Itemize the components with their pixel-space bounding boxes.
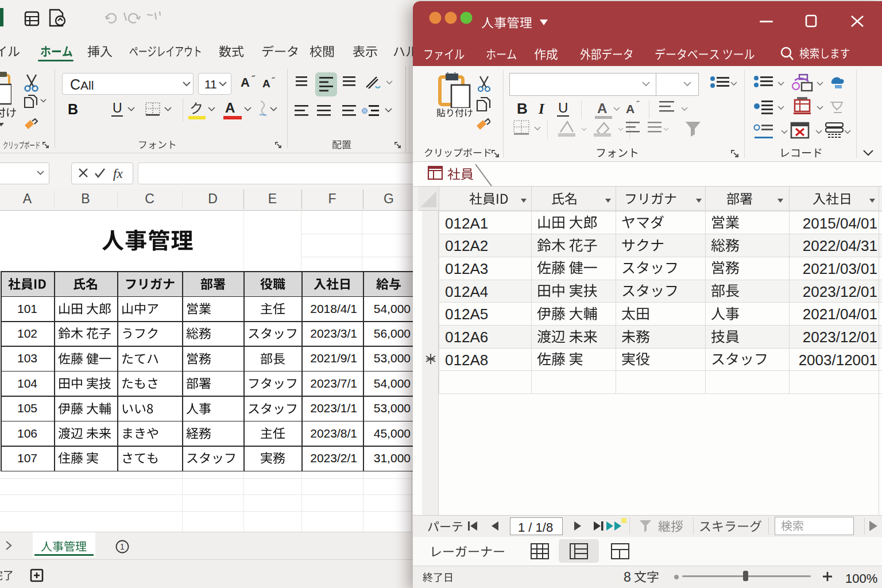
svg-text:1: 1	[120, 542, 125, 551]
